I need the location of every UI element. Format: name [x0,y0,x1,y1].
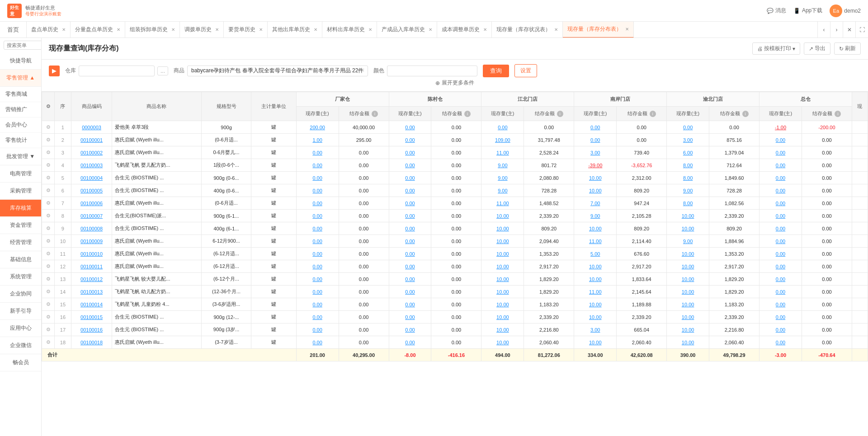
sidebar-subitem-marketing[interactable]: 营销推广 [0,102,41,117]
info-icon-y[interactable]: i [742,111,749,117]
cell-c-qty[interactable]: 0.00 [389,286,431,298]
cell-y-qty[interactable]: 8.00 [667,159,709,172]
cell-code[interactable]: 00100008 [71,222,112,235]
cell-c-qty[interactable]: 0.00 [389,298,431,311]
cell-t-qty[interactable]: 0.00 [760,273,802,286]
nav-home[interactable]: 首页 [0,22,27,38]
cell-t-qty[interactable]: 0.00 [760,222,802,235]
cell-t-qty[interactable]: 0.00 [760,184,802,197]
info-icon-n[interactable]: i [650,111,656,117]
cell-j-qty[interactable]: 10.00 [481,248,524,260]
cell-n-qty[interactable]: 11.00 [574,286,617,298]
nav-tab-5[interactable]: 其他出库单历史✕ [268,22,322,38]
cell-y-qty[interactable]: 10.00 [667,323,709,336]
cell-f-qty[interactable]: 0.00 [296,336,339,349]
cell-y-qty[interactable]: 10.00 [667,273,709,286]
cell-y-qty[interactable]: 10.00 [667,311,709,323]
cell-gear[interactable]: ⚙ [42,146,55,159]
cell-gear[interactable]: ⚙ [42,248,55,260]
cell-j-qty[interactable]: 10.00 [481,311,524,323]
close-tab-3[interactable]: ✕ [215,27,219,32]
cell-n-qty[interactable]: 10.00 [574,273,617,286]
cell-t-qty[interactable]: 0.00 [760,159,802,172]
msg-btn[interactable]: 💬 消息 [767,7,786,14]
sidebar-item-basic[interactable]: 基础信息 [0,251,41,268]
cell-c-qty[interactable]: 0.00 [389,248,431,260]
cell-gear[interactable]: ⚙ [42,184,55,197]
cell-t-qty[interactable]: 0.00 [760,172,802,184]
cell-f-qty[interactable]: 0.00 [296,298,339,311]
cell-n-qty[interactable]: 10.00 [574,172,617,184]
cell-j-qty[interactable]: 109.00 [481,134,524,146]
cell-f-qty[interactable]: 1.00 [296,134,339,146]
close-tab-8[interactable]: ✕ [483,27,487,32]
sidebar-item-wechat[interactable]: 企业微信 [0,337,41,354]
cell-code[interactable]: 0000003 [71,121,112,134]
cell-c-qty[interactable]: 0.00 [389,273,431,286]
cell-y-qty[interactable]: 3.00 [667,134,709,146]
sidebar-subitem-member[interactable]: 会员中心 [0,117,41,133]
cell-y-qty[interactable]: 10.00 [667,210,709,222]
cell-t-qty[interactable]: 0.00 [760,197,802,210]
close-tab-7[interactable]: ✕ [429,27,432,32]
cell-f-qty[interactable]: 0.00 [296,172,339,184]
cell-y-qty[interactable]: 10.00 [667,336,709,349]
cell-j-qty[interactable]: 9.00 [481,172,524,184]
cell-j-qty[interactable]: 10.00 [481,273,524,286]
sidebar-item-retail-mgmt[interactable]: 零售管理 ▲ [0,70,41,87]
cell-f-qty[interactable]: 0.00 [296,210,339,222]
info-icon-c[interactable]: i [464,111,471,117]
cell-y-qty[interactable]: 6.00 [667,146,709,159]
cell-n-qty[interactable]: 9.00 [574,210,617,222]
sidebar-item-inventory[interactable]: 库存核算 [0,200,41,217]
cell-gear[interactable]: ⚙ [42,323,55,336]
cell-gear[interactable]: ⚙ [42,159,55,172]
cell-j-qty[interactable]: 10.00 [481,298,524,311]
cell-t-qty[interactable]: 0.00 [760,260,802,273]
close-tab-6[interactable]: ✕ [368,27,372,32]
cell-j-qty[interactable]: 10.00 [481,235,524,248]
sidebar-subitem-retail-shop[interactable]: 零售商城 [0,87,41,102]
sidebar-item-finance[interactable]: 资金管理 [0,217,41,234]
cell-code[interactable]: 00100011 [71,260,112,273]
info-icon-f[interactable]: i [372,111,378,117]
sidebar-subitem-stats[interactable]: 零售统计 [0,133,41,148]
nav-expand[interactable]: ⛶ [855,22,868,38]
cell-y-qty[interactable]: 10.00 [667,298,709,311]
btn-print[interactable]: 🖨 按模板打印 ▾ [752,42,800,55]
user-area[interactable]: Ea demo2 [830,5,861,17]
cell-j-qty[interactable]: 10.00 [481,210,524,222]
cell-f-qty[interactable]: 0.00 [296,184,339,197]
cell-c-qty[interactable]: 0.00 [389,134,431,146]
cell-c-qty[interactable]: 0.00 [389,222,431,235]
cell-gear[interactable]: ⚙ [42,134,55,146]
cell-f-qty[interactable]: 0.00 [296,311,339,323]
cell-gear[interactable]: ⚙ [42,273,55,286]
nav-tab-3[interactable]: 调拨单历史✕ [180,22,224,38]
btn-setting[interactable]: 设置 [514,64,537,77]
nav-tab-9[interactable]: 现存量（库存状况表）✕ [492,22,563,38]
cell-c-qty[interactable]: 0.00 [389,323,431,336]
cell-c-qty[interactable]: 0.00 [389,336,431,349]
nav-tab-4[interactable]: 要货单历史✕ [224,22,268,38]
cell-n-qty[interactable]: 10.00 [574,222,617,235]
cell-c-qty[interactable]: 0.00 [389,260,431,273]
cell-j-qty[interactable]: 9.00 [481,159,524,172]
cell-j-qty[interactable]: 11.00 [481,197,524,210]
btn-refresh[interactable]: ↻ 刷新 [834,42,861,55]
cell-f-qty[interactable]: 0.00 [296,235,339,248]
warehouse-ellipsis[interactable]: ... [157,66,168,75]
cell-j-qty[interactable]: 10.00 [481,222,524,235]
cell-c-qty[interactable]: 0.00 [389,235,431,248]
cell-code[interactable]: 00100005 [71,184,112,197]
close-tab-10[interactable]: ✕ [625,27,629,32]
cell-t-qty[interactable]: 0.00 [760,134,802,146]
cell-code[interactable]: 00100016 [71,323,112,336]
cell-n-qty[interactable]: 10.00 [574,336,617,349]
cell-f-qty[interactable]: 0.00 [296,260,339,273]
cell-t-qty[interactable]: 0.00 [760,210,802,222]
sidebar-item-collab[interactable]: 企业协同 [0,286,41,303]
nav-tab-10[interactable]: 现存量（库存分布表）✕ [563,22,634,38]
close-tab-2[interactable]: ✕ [171,27,175,32]
col-gear[interactable]: ⚙ [42,92,55,121]
